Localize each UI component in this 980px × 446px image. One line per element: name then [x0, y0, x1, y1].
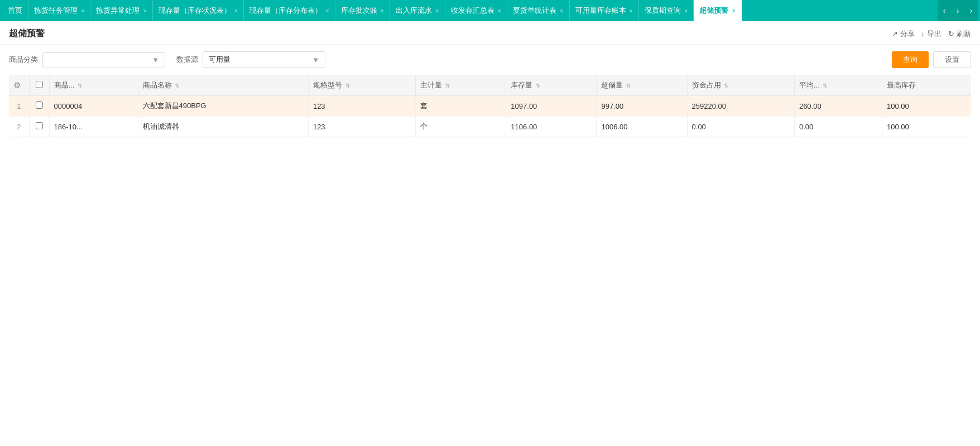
page-content: 超储预警 ↗ 分享 ↓ 导出 ↻ 刷新 商品分类 ▼ 数据源: [0, 21, 980, 446]
query-button[interactable]: 查询: [892, 51, 929, 68]
row-overstock: 1006.00: [597, 117, 687, 137]
category-select[interactable]: ▼: [42, 52, 165, 67]
header-actions: ↗ 分享 ↓ 导出 ↻ 刷新: [892, 29, 972, 39]
nav-tab-inventory-status[interactable]: 现存量（库存状况表） ×: [153, 0, 244, 21]
nav-tab-batch[interactable]: 库存批次账 ×: [335, 0, 390, 21]
row-checkbox-cell: [29, 96, 49, 117]
datasource-filter-group: 数据源 可用量 ▼: [176, 51, 325, 68]
close-tab-inout[interactable]: ×: [435, 7, 439, 14]
datasource-label: 数据源: [176, 55, 198, 65]
close-tab-avail-stock[interactable]: ×: [630, 7, 633, 14]
row-capital: 0.00: [687, 117, 794, 137]
nav-prev-button[interactable]: ‹: [938, 0, 951, 21]
close-tab-inventory-status[interactable]: ×: [234, 7, 238, 14]
row-num: 1: [9, 96, 29, 117]
nav-tab-inventory-dist[interactable]: 现存量（库存分布表） ×: [244, 0, 335, 21]
sort-product-name-icon: ⇅: [175, 83, 179, 89]
row-stock: 1106.00: [506, 117, 597, 137]
sort-capital-icon: ⇅: [724, 83, 728, 89]
settings-button[interactable]: 设置: [933, 51, 971, 68]
row-product-name: 机油滤清器: [138, 117, 308, 137]
close-tab-abnormal[interactable]: ×: [143, 7, 146, 14]
col-product-name[interactable]: 商品名称 ⇅: [138, 75, 308, 96]
nav-tab-inout[interactable]: 出入库流水 ×: [390, 0, 445, 21]
row-product-code: 186-10...: [49, 117, 138, 137]
nav-tab-order-stat[interactable]: 要货单统计表 ×: [507, 0, 569, 21]
share-icon: ↗: [892, 30, 898, 38]
data-table: ⚙ 商品... ⇅ 商品名称 ⇅ 规格型号 ⇅: [9, 75, 971, 137]
row-avg: 0.00: [794, 117, 882, 137]
sort-product-code-icon: ⇅: [78, 83, 82, 89]
nav-tab-task[interactable]: 拣货任务管理 ×: [28, 0, 90, 21]
col-settings: ⚙: [9, 75, 29, 96]
sort-stock-icon: ⇅: [536, 83, 540, 89]
page-header: 超储预警 ↗ 分享 ↓ 导出 ↻ 刷新: [0, 21, 980, 45]
row-spec: 123: [308, 117, 415, 137]
sort-unit-icon: ⇅: [445, 83, 450, 89]
nav-tab-collect[interactable]: 收发存汇总表 ×: [445, 0, 507, 21]
col-stock[interactable]: 库存量 ⇅: [506, 75, 597, 96]
sort-spec-icon: ⇅: [345, 83, 350, 89]
col-max-stock[interactable]: 最高库存: [882, 75, 971, 96]
row-avg: 260.00: [794, 96, 882, 117]
nav-tab-home[interactable]: 首页: [2, 0, 28, 21]
table-container: ⚙ 商品... ⇅ 商品名称 ⇅ 规格型号 ⇅: [0, 75, 980, 137]
col-capital[interactable]: 资金占用 ⇅: [687, 75, 794, 96]
export-action[interactable]: ↓ 导出: [921, 29, 942, 39]
row-checkbox[interactable]: [36, 122, 43, 129]
close-tab-overstock[interactable]: ×: [732, 7, 735, 14]
row-max-stock: 100.00: [882, 96, 971, 117]
nav-menu-button[interactable]: ›: [964, 0, 978, 21]
refresh-icon: ↻: [948, 30, 954, 38]
sort-overstock-icon: ⇅: [626, 83, 631, 89]
nav-tab-avail-stock[interactable]: 可用量库存账本 ×: [570, 0, 639, 21]
nav-arrows: ‹ › ›: [938, 0, 978, 21]
nav-next-button[interactable]: ›: [951, 0, 964, 21]
select-all-checkbox[interactable]: [36, 81, 43, 88]
datasource-select[interactable]: 可用量 ▼: [203, 51, 325, 68]
row-max-stock: 100.00: [882, 117, 971, 137]
col-unit[interactable]: 主计量 ⇅: [416, 75, 506, 96]
row-checkbox[interactable]: [36, 101, 43, 109]
refresh-action[interactable]: ↻ 刷新: [948, 29, 971, 39]
category-filter-group: 商品分类 ▼: [9, 52, 165, 67]
share-action[interactable]: ↗ 分享: [892, 29, 915, 39]
close-tab-collect[interactable]: ×: [498, 7, 501, 14]
row-spec: 123: [308, 96, 415, 117]
category-select-arrow: ▼: [152, 56, 159, 64]
filter-buttons: 查询 设置: [892, 51, 971, 68]
nav-tab-overstock[interactable]: 超储预警 ×: [694, 0, 741, 21]
row-checkbox-cell: [29, 117, 49, 137]
page-title: 超储预警: [9, 28, 45, 40]
col-checkbox: [29, 75, 49, 96]
row-stock: 1097.00: [506, 96, 597, 117]
table-row: 1 0000004 六配套新昌490BPG 123 套 1097.00 997.…: [9, 96, 971, 117]
row-product-code: 0000004: [49, 96, 138, 117]
table-row: 2 186-10... 机油滤清器 123 个 1106.00 1006.00 …: [9, 117, 971, 137]
row-unit: 个: [416, 117, 506, 137]
close-tab-shelf-life[interactable]: ×: [684, 7, 688, 14]
datasource-select-value: 可用量: [209, 55, 230, 65]
row-capital: 259220.00: [687, 96, 794, 117]
settings-gear-icon[interactable]: ⚙: [13, 80, 21, 90]
col-spec[interactable]: 规格型号 ⇅: [308, 75, 415, 96]
row-overstock: 997.00: [597, 96, 687, 117]
top-nav: 首页 拣货任务管理 × 拣货异常处理 × 现存量（库存状况表） × 现存量（库存…: [0, 0, 980, 21]
row-unit: 套: [416, 96, 506, 117]
close-tab-task[interactable]: ×: [81, 7, 84, 14]
row-product-name: 六配套新昌490BPG: [138, 96, 308, 117]
col-product-code[interactable]: 商品... ⇅: [49, 75, 138, 96]
nav-tab-abnormal[interactable]: 拣货异常处理 ×: [90, 0, 152, 21]
export-icon: ↓: [921, 30, 925, 38]
col-overstock[interactable]: 超储量 ⇅: [597, 75, 687, 96]
category-label: 商品分类: [9, 55, 38, 65]
table-header-row: ⚙ 商品... ⇅ 商品名称 ⇅ 规格型号 ⇅: [9, 75, 971, 96]
close-tab-inventory-dist[interactable]: ×: [325, 7, 329, 14]
close-tab-order-stat[interactable]: ×: [560, 7, 563, 14]
close-tab-batch[interactable]: ×: [381, 7, 384, 14]
sort-avg-icon: ⇅: [823, 83, 827, 89]
datasource-select-arrow: ▼: [312, 56, 319, 64]
col-avg[interactable]: 平均... ⇅: [794, 75, 882, 96]
nav-tab-shelf-life[interactable]: 保质期查询 ×: [639, 0, 694, 21]
filter-area: 商品分类 ▼ 数据源 可用量 ▼ 查询 设置: [0, 45, 980, 75]
